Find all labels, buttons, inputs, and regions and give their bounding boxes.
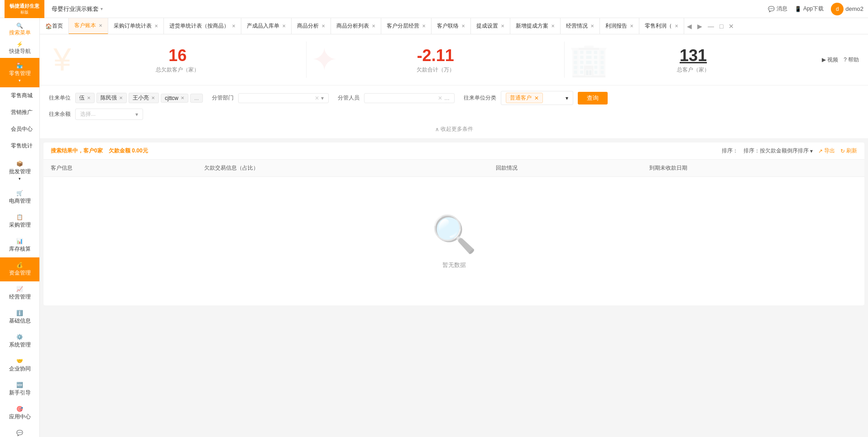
tag-wu-close-icon[interactable]: ✕	[87, 95, 91, 100]
tab-close-icon9[interactable]: ✕	[501, 24, 504, 28]
sort-select[interactable]: 排序：按欠款金额倒序排序 ▾	[743, 147, 813, 155]
tab-accounts[interactable]: 客户账本 ✕	[69, 18, 108, 34]
filter-tag-cj[interactable]: cjttcw ✕	[161, 94, 188, 103]
refresh-icon: ↻	[840, 148, 845, 154]
sidebar-item-retail[interactable]: 🏪 零售管理 ▾	[0, 58, 39, 87]
filter-tag-wang[interactable]: 王小亮 ✕	[129, 93, 159, 103]
tab-promotion-settings[interactable]: 提成设置 ✕	[471, 18, 510, 34]
tab-close-all-button[interactable]: ✕	[726, 18, 737, 34]
system-icon: ⚙️	[16, 334, 23, 340]
sidebar-item-app-center[interactable]: 🎯 应用中心	[0, 401, 39, 425]
stat-section-debt: ✦ -2.11 欠款合计（万）	[307, 42, 564, 78]
classify-tag-close-icon[interactable]: ✕	[534, 95, 539, 101]
sidebar-item-enterprise-collab-label: 企业协同	[9, 365, 31, 373]
stat-value-total: 131	[680, 46, 707, 65]
tab-scroll-right-button[interactable]: ▶	[695, 18, 705, 34]
tab-purchase-orders[interactable]: 采购订单统计表 ✕	[108, 18, 164, 34]
sidebar-item-operations-mgmt[interactable]: 📈 经营管理	[0, 281, 39, 305]
sidebar-search[interactable]: 🔍 搜索菜单	[0, 18, 39, 39]
filter-tag-more[interactable]: ...	[190, 94, 203, 103]
tab-customer-contact[interactable]: 客户联络 ✕	[432, 18, 471, 34]
filter-tag-wu[interactable]: 伍 ✕	[75, 93, 95, 103]
tab-close-icon3[interactable]: ✕	[232, 24, 235, 28]
sidebar-item-system[interactable]: ⚙️ 系统管理	[0, 329, 39, 353]
sidebar-item-finance[interactable]: 💰 资金管理	[0, 257, 39, 281]
stat-section-customers: ¥ 16 总欠款客户（家）	[49, 42, 307, 78]
tab-retail-profit[interactable]: 零售利润（ ✕	[639, 18, 684, 34]
sidebar-item-marketing[interactable]: 营销推广	[0, 104, 39, 121]
export-button[interactable]: ↗ 导出	[818, 147, 835, 155]
tab-close-icon2[interactable]: ✕	[154, 24, 158, 28]
chevron-person-icon: …	[444, 95, 450, 101]
guide-icon: 🆕	[16, 382, 23, 388]
tab-minimize-button[interactable]: —	[705, 18, 717, 34]
chevron-down-icon: ▾	[101, 6, 103, 11]
tab-cost-inbound[interactable]: 产成品入库单 ✕	[241, 18, 292, 34]
sidebar-quick-nav[interactable]: ⚡ 快捷导航	[0, 39, 39, 58]
collapse-label: 收起更多条件	[441, 125, 473, 133]
logo: 畅捷通好生意 标版	[5, 0, 44, 18]
tab-close-icon13[interactable]: ✕	[675, 24, 678, 28]
empty-icon: 🔍	[432, 213, 477, 256]
sidebar-item-ecommerce[interactable]: 🛒 电商管理	[0, 185, 39, 209]
tag-cj-close-icon[interactable]: ✕	[181, 95, 184, 100]
tab-inbound-stats[interactable]: 进货单统计表（按商品） ✕	[164, 18, 241, 34]
tab-close-icon12[interactable]: ✕	[630, 24, 633, 28]
sidebar-item-retail-shop[interactable]: 零售商城	[0, 87, 39, 104]
tab-close-icon10[interactable]: ✕	[551, 24, 555, 28]
tab-customer-tier[interactable]: 客户分层经营 ✕	[381, 18, 432, 34]
sidebar-item-retail-stats[interactable]: 零售统计	[0, 138, 39, 154]
balance-select[interactable]: 选择... ▾	[75, 109, 143, 120]
user-profile[interactable]: d demo2	[831, 3, 863, 15]
tab-new-promotion[interactable]: 新增提成方案 ✕	[510, 18, 561, 34]
dept-clear-icon[interactable]: ✕	[315, 95, 319, 101]
sidebar-item-basic-info[interactable]: ℹ️ 基础信息	[0, 305, 39, 329]
tab-scroll-left-button[interactable]: ◀	[684, 18, 695, 34]
tag-wang-close-icon[interactable]: ✕	[151, 95, 155, 100]
tab-product-analysis-list[interactable]: 商品分析列表 ✕	[331, 18, 381, 34]
person-clear-icon[interactable]: ✕	[438, 95, 442, 101]
sidebar-item-wholesale[interactable]: 📦 批发管理 ▾	[0, 156, 39, 185]
sidebar-item-enterprise-wechat[interactable]: 💬 企业微信	[0, 425, 39, 437]
sidebar-item-new-guide[interactable]: 🆕 新手引导	[0, 377, 39, 401]
app-download-button[interactable]: 📱 App下载	[795, 5, 824, 13]
app-center-icon: 🎯	[16, 406, 23, 412]
dept-select[interactable]: ✕ ▾	[238, 93, 329, 103]
sidebar-item-member[interactable]: 会员中心	[0, 121, 39, 138]
tab-home[interactable]: 🏠 首页	[40, 18, 69, 34]
balance-select-value: 选择...	[80, 110, 96, 118]
tab-close-icon7[interactable]: ✕	[422, 24, 426, 28]
stat-label-total: 总客户（家）	[677, 66, 710, 74]
message-button[interactable]: 💬 消息	[768, 5, 787, 13]
account-name: 母婴行业演示账套	[52, 5, 99, 13]
home-icon: 🏠	[45, 23, 52, 29]
sidebar-item-enterprise-collab[interactable]: 🤝 企业协同	[0, 353, 39, 377]
help-label: 帮助	[848, 56, 859, 64]
refresh-button[interactable]: ↻ 刷新	[840, 147, 857, 155]
tab-operations[interactable]: 经营情况 ✕	[561, 18, 600, 34]
tab-close-icon8[interactable]: ✕	[461, 24, 465, 28]
tab-close-icon4[interactable]: ✕	[282, 24, 286, 28]
stat-value-debt: -2.11	[417, 46, 454, 65]
tab-close-icon11[interactable]: ✕	[590, 24, 594, 28]
tab-maximize-button[interactable]: □	[717, 18, 726, 34]
filter-tag-chen[interactable]: 陈民强 ✕	[96, 93, 127, 103]
person-select[interactable]: ✕ …	[364, 93, 455, 103]
query-button[interactable]: 查询	[578, 92, 608, 104]
tab-close-icon[interactable]: ✕	[99, 23, 102, 28]
collapse-button[interactable]: ∧ 收起更多条件	[49, 124, 859, 133]
classify-select[interactable]: 普通客户 ✕ ▾	[501, 91, 573, 105]
tab-product-analysis[interactable]: 商品分析 ✕	[292, 18, 331, 34]
page-header: ¥ 16 总欠款客户（家） ✦ -2.11 欠款合计（万）	[40, 34, 868, 86]
help-button[interactable]: ? 帮助	[844, 56, 859, 64]
account-selector[interactable]: 母婴行业演示账套 ▾	[48, 5, 106, 13]
tab-profit-report[interactable]: 利润报告 ✕	[600, 18, 639, 34]
user-name: demo2	[845, 5, 863, 12]
dept-filter-label: 分管部门	[212, 94, 234, 102]
tab-close-icon6[interactable]: ✕	[372, 24, 375, 28]
tag-chen-close-icon[interactable]: ✕	[119, 95, 123, 100]
sidebar-item-purchase[interactable]: 📋 采购管理	[0, 209, 39, 233]
sidebar-item-inventory[interactable]: 📊 库存核算	[0, 233, 39, 257]
tab-close-icon5[interactable]: ✕	[321, 24, 325, 28]
video-button[interactable]: ▶ 视频	[822, 56, 838, 64]
